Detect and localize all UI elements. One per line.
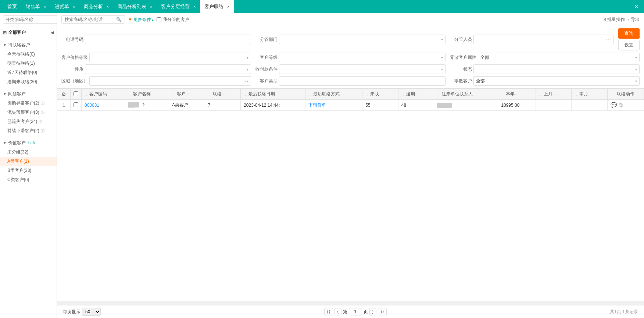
tab-goods-list[interactable]: 商品分析列表 × xyxy=(113,0,157,13)
prev-page-btn[interactable]: ⟨ xyxy=(334,308,341,315)
retail-arrow-icon: ▾ xyxy=(635,79,637,83)
sidebar-item-7days[interactable]: 近7天待联络(0) xyxy=(0,68,57,77)
filter-more-btn[interactable]: ▼ 更多条件 ▴ xyxy=(128,17,154,23)
search-input[interactable] xyxy=(65,17,116,22)
region-ellipsis: ··· xyxy=(243,78,249,84)
filter-payment-select[interactable]: ▾ xyxy=(279,64,445,74)
row-code[interactable]: 000031 xyxy=(82,100,125,111)
filter-price-level-select[interactable]: ▾ xyxy=(89,53,251,62)
sidebar-item-hoarding[interactable]: 囤购异常客户(2) ⓘ xyxy=(0,99,57,108)
person-resize[interactable]: ⋮ xyxy=(437,92,441,96)
lmonth-resize[interactable]: ⋮ xyxy=(539,92,543,96)
sidebar-item-class-c[interactable]: C类客户(6) xyxy=(0,175,57,184)
sidebar-item-churn-warning[interactable]: 流失预警客户(3) ⓘ xyxy=(0,108,57,117)
info-icon-lost: ⓘ xyxy=(39,119,42,124)
sidebar-item-tomorrow[interactable]: 明天待联络(1) xyxy=(0,59,57,68)
sidebar-search-input[interactable] xyxy=(3,15,57,24)
refresh-icon[interactable]: ↻ xyxy=(27,141,31,146)
tmonth-resize[interactable]: ⋮ xyxy=(575,92,578,96)
search-btn[interactable]: 查询 xyxy=(618,28,640,39)
filter-dept-select[interactable]: ▾ xyxy=(279,35,445,44)
page-number-input[interactable] xyxy=(349,308,362,315)
th-contacts-person: ⋮往来单位联系人 xyxy=(434,89,498,100)
contact-resize[interactable]: ⋮ xyxy=(208,92,212,96)
last-method-link[interactable]: 下销货单 xyxy=(308,102,326,107)
code-resize[interactable]: ⋮ xyxy=(85,92,88,96)
filter-region-input[interactable]: ··· xyxy=(89,76,251,86)
tab-customer-seg-close[interactable]: × xyxy=(193,4,196,9)
info-icon-churn: ⓘ xyxy=(41,110,44,115)
horizontal-scrollbar[interactable] xyxy=(57,301,644,305)
tab-purchase-close[interactable]: × xyxy=(73,4,75,9)
filter-phone-input[interactable] xyxy=(85,35,251,44)
settings-gear-icon[interactable]: ⚙ xyxy=(61,91,66,97)
tab-purchase[interactable]: 进货单 × xyxy=(50,0,79,13)
overdue-resize[interactable]: ⋮ xyxy=(401,92,405,96)
no-contact-resize[interactable]: ⋮ xyxy=(365,92,369,96)
sidebar-item-today[interactable]: 今天待联络(0) xyxy=(0,50,57,59)
tab-goods-analysis[interactable]: 商品分析 × xyxy=(79,0,113,13)
name-resize[interactable]: ⋮ xyxy=(128,92,132,96)
my-customers-checkbox-label[interactable]: 我分管的客户 xyxy=(157,17,189,23)
comment-icon[interactable]: 💬 xyxy=(611,102,617,108)
edit-icon[interactable]: ✎ xyxy=(32,141,36,146)
sidebar-item-class-a[interactable]: A类客户(1) xyxy=(0,157,57,166)
table-footer: 每页显示 50 100 200 ⟨⟨ ⟨ 第 页 ⟩ ⟩⟩ 共1页 1条记录 xyxy=(57,305,644,318)
filter-nature-select[interactable]: ▾ xyxy=(85,64,251,74)
filter-customer-type-input[interactable] xyxy=(279,76,445,86)
window-close-btn[interactable]: × xyxy=(632,3,641,10)
last-page-btn[interactable]: ⟩⟩ xyxy=(378,308,387,315)
search-submit-icon[interactable]: 🔍 xyxy=(116,17,122,22)
export-btn[interactable]: ↑ 导出 xyxy=(628,17,640,23)
th-last-date: ⋮最后联络日期 xyxy=(241,89,305,100)
tab-sales-close[interactable]: × xyxy=(44,4,46,9)
filter-price-level: 客户价格等级 ▾ xyxy=(61,53,251,62)
filter-retail-select[interactable]: 全部▾ xyxy=(473,76,640,86)
retail-attr-arrow-icon: ▾ xyxy=(635,56,637,60)
page-size-selector: 每页显示 50 100 200 xyxy=(63,308,101,316)
filter-row-4: 区域（地区） ··· 客户类型 零散客户 全部▾ xyxy=(61,76,640,86)
my-customers-checkbox[interactable] xyxy=(157,17,161,22)
year-resize[interactable]: ⋮ xyxy=(501,92,505,96)
row-checkbox-cell[interactable] xyxy=(71,100,82,111)
sidebar-item-unclassified[interactable]: 未分组(32) xyxy=(0,148,57,157)
next-page-btn[interactable]: ⟩ xyxy=(369,308,376,315)
setting-btn[interactable]: 设置 xyxy=(618,40,640,50)
sidebar-item-class-b[interactable]: B类客户(33) xyxy=(0,166,57,175)
select-all-checkbox[interactable] xyxy=(74,91,78,96)
nav-home[interactable]: 首页 xyxy=(3,3,21,10)
table-header-row: ⚙ ⋮客户编码 ⋮客户名称 ⋮客户... xyxy=(57,89,644,100)
sidebar-item-lost[interactable]: 已流失客户(24) ⓘ xyxy=(0,117,57,126)
sidebar-item-overdue[interactable]: 逾期未联络(30) xyxy=(0,77,57,86)
pending-contact-group[interactable]: ▼ 待联络客户 xyxy=(0,40,57,50)
filter-person-input[interactable]: ··· xyxy=(473,35,614,44)
total-info: 共1页 1条记录 xyxy=(610,309,638,315)
per-page-label: 每页显示 xyxy=(63,309,80,315)
problem-customers-group[interactable]: ▼ 问题客户 xyxy=(0,89,57,99)
batch-op-btn[interactable]: ☑ 批量操作 xyxy=(602,17,625,23)
type-resize[interactable]: ⋮ xyxy=(172,92,176,96)
first-page-btn[interactable]: ⟨⟨ xyxy=(324,308,333,315)
tab-goods-list-close[interactable]: × xyxy=(150,4,152,9)
th-last-month: ⋮上月... xyxy=(536,89,572,100)
row-contact-count: 7 xyxy=(205,100,241,111)
filter-status-select[interactable]: ▾ xyxy=(473,64,640,74)
tab-customer-contact-close[interactable]: × xyxy=(227,4,229,9)
filter-customer-level-select[interactable]: ▾ xyxy=(279,53,445,62)
sidebar-all-customers-header[interactable]: ⊞ 全部客户 ◀ xyxy=(0,28,57,38)
row-checkbox[interactable] xyxy=(74,102,78,107)
tab-customer-contact[interactable]: 客户联络 × xyxy=(200,0,234,13)
filter-retail-attr-select[interactable]: 全部▾ xyxy=(478,53,640,62)
row-last-method[interactable]: 下销货单 xyxy=(305,100,362,111)
tab-customer-seg[interactable]: 客户分层经营 × xyxy=(157,0,200,13)
date-resize[interactable]: ⋮ xyxy=(244,92,247,96)
th-settings[interactable]: ⚙ xyxy=(57,89,71,100)
tab-sales[interactable]: 销售单 × xyxy=(21,0,50,13)
sidebar-item-declining[interactable]: 持续下滑客户(2) ⓘ xyxy=(0,126,57,135)
method-resize[interactable]: ⋮ xyxy=(308,92,312,96)
value-customers-group[interactable]: ▼ 价值客户 ↻ ✎ xyxy=(0,138,57,148)
tab-goods-analysis-close[interactable]: × xyxy=(107,4,109,9)
th-checkbox[interactable] xyxy=(71,89,82,100)
page-size-select[interactable]: 50 100 200 xyxy=(82,308,101,316)
link-icon[interactable]: ⧉ xyxy=(619,102,623,108)
